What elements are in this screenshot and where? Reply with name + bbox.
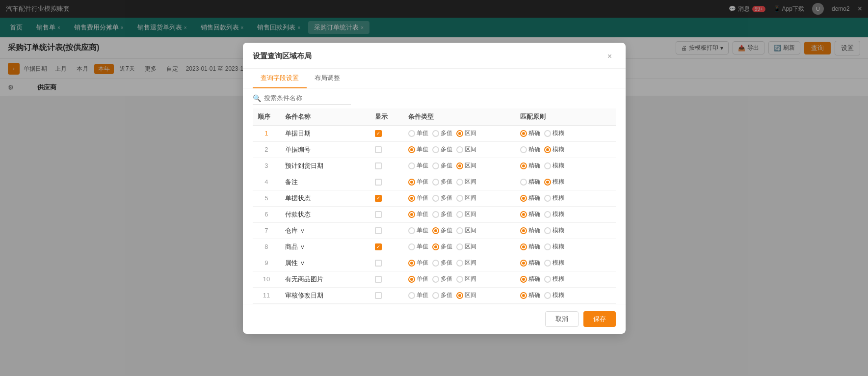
dialog-tab-fields[interactable]: 查询字段设置	[253, 69, 307, 88]
modal-overlay: 设置查询区域布局 × 查询字段设置 布局调整 🔍 顺序	[0, 0, 868, 96]
dialog-header: 设置查询区域布局 ×	[243, 43, 626, 69]
search-icon: 🔍	[253, 94, 261, 97]
dialog-title: 设置查询区域布局	[253, 52, 312, 61]
search-input[interactable]	[264, 94, 342, 96]
dialog-tabs: 查询字段设置 布局调整	[243, 69, 626, 88]
dialog-tab-layout[interactable]: 布局调整	[307, 69, 348, 88]
dialog: 设置查询区域布局 × 查询字段设置 布局调整 🔍 顺序	[243, 43, 626, 97]
dialog-search: 🔍	[243, 88, 626, 97]
search-box: 🔍	[253, 94, 351, 97]
dialog-close-btn[interactable]: ×	[604, 51, 616, 62]
